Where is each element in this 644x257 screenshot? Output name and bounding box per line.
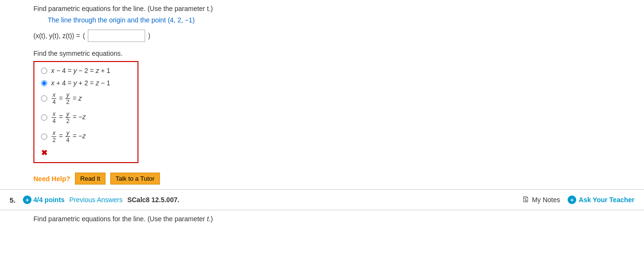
points-plus-icon: + — [23, 195, 32, 204]
ask-teacher-plus-icon: + — [568, 195, 576, 204]
previous-answers-link[interactable]: Previous Answers — [69, 196, 122, 204]
parametric-input[interactable] — [88, 30, 145, 42]
option4-label[interactable]: x4 = y2 = −z — [51, 111, 85, 125]
radio-opt5[interactable] — [41, 134, 47, 140]
radio-option-5: x2 = y4 = −z — [41, 130, 131, 144]
radio-option-4: x4 = y2 = −z — [41, 111, 131, 125]
option3-math: x4 = y2 = z — [51, 94, 82, 102]
wrong-answer-indicator: ✖ — [41, 148, 131, 157]
question-section: Find parametric equations for the line. … — [0, 0, 644, 190]
open-paren: ( — [83, 32, 85, 40]
option2-label[interactable]: x + 4 = y + 2 = z − 1 — [51, 79, 110, 87]
my-notes-label: My Notes — [532, 196, 560, 204]
parametric-label: (x(t), y(t), z(t)) = — [33, 32, 80, 40]
option5-math: x2 = y4 = −z — [51, 132, 85, 140]
my-notes-button[interactable]: 🖻 My Notes — [522, 195, 560, 204]
radio-option-3: x4 = y2 = z — [41, 92, 131, 106]
question5-number: 5. — [10, 196, 19, 204]
option3-label[interactable]: x4 = y2 = z — [51, 92, 82, 106]
question-main-text: Find parametric equations for the line. … — [33, 5, 634, 12]
notes-icon: 🖻 — [522, 195, 529, 204]
question5-text: Find parametric equations for the line. … — [33, 215, 634, 223]
problem-id: SCalc8 12.5.007. — [127, 196, 179, 204]
radio-opt4[interactable] — [41, 114, 47, 121]
right-actions: 🖻 My Notes + Ask Your Teacher — [522, 195, 634, 204]
close-paren: ) — [148, 32, 150, 40]
answer-options-box: x − 4 = y − 2 = z + 1 x + 4 = y + 2 = z … — [33, 61, 138, 163]
option2-math: x + 4 = y + 2 = z − 1 — [51, 79, 110, 87]
question5-bar: 5. + 4/4 points Previous Answers SCalc8 … — [0, 190, 644, 210]
radio-opt2[interactable] — [41, 80, 47, 86]
need-help-label: Need Help? — [33, 175, 70, 183]
question-subtext: The line through the origin and the poin… — [33, 16, 634, 24]
need-help-row: Need Help? Read It Talk to a Tutor — [33, 173, 634, 185]
radio-opt1[interactable] — [41, 68, 47, 74]
read-it-button[interactable]: Read It — [75, 173, 106, 185]
main-container: Find parametric equations for the line. … — [0, 0, 644, 257]
question5-content: Find parametric equations for the line. … — [0, 210, 644, 227]
radio-option-2: x + 4 = y + 2 = z − 1 — [41, 79, 131, 87]
option5-label[interactable]: x2 = y4 = −z — [51, 130, 85, 144]
parametric-equation-row: (x(t), y(t), z(t)) = ( ) — [33, 30, 634, 42]
option1-math: x − 4 = y − 2 = z + 1 — [51, 67, 110, 74]
option4-math: x4 = y2 = −z — [51, 113, 85, 121]
option1-label[interactable]: x − 4 = y − 2 = z + 1 — [51, 67, 110, 74]
symmetric-label: Find the symmetric equations. — [33, 50, 634, 57]
ask-your-teacher-button[interactable]: + Ask Your Teacher — [568, 195, 634, 204]
radio-opt3[interactable] — [41, 95, 47, 102]
talk-to-tutor-button[interactable]: Talk to a Tutor — [110, 173, 160, 185]
points-label: 4/4 points — [33, 196, 64, 204]
ask-teacher-label: Ask Your Teacher — [579, 196, 634, 204]
radio-option-1: x − 4 = y − 2 = z + 1 — [41, 67, 131, 74]
